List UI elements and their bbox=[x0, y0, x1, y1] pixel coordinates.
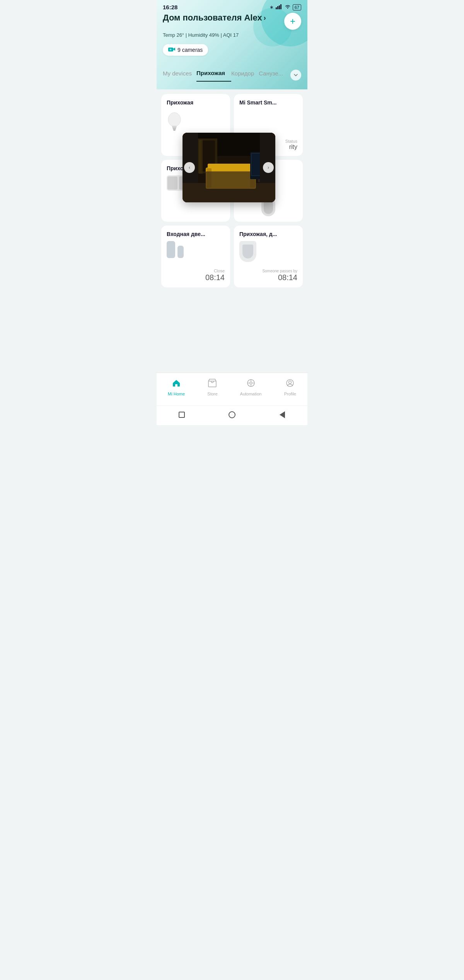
android-home-button[interactable] bbox=[228, 410, 236, 419]
svg-point-8 bbox=[168, 113, 181, 127]
device-card-door-sensor[interactable]: Входная две... Close 08:14 bbox=[161, 226, 230, 287]
profile-icon bbox=[285, 378, 295, 390]
header-section: Дом пользователя Alex › + Temp 26° | Hum… bbox=[157, 13, 307, 62]
nav-profile-label: Profile bbox=[284, 392, 296, 396]
motion-sensor-inner bbox=[242, 245, 253, 258]
device-status-value-5: 08:14 bbox=[205, 273, 225, 282]
camera-next-icon: › bbox=[268, 165, 269, 170]
device-name-1: Прихожая bbox=[167, 99, 225, 106]
device-status-label-2: Status bbox=[285, 139, 297, 144]
nav-mi-home[interactable]: Mi Home bbox=[162, 377, 191, 398]
camera-overlay-popup[interactable]: ‹ bbox=[183, 133, 275, 202]
device-card-motion-sensor[interactable]: Прихожая, д... Someone passes by 08:14 bbox=[234, 226, 303, 287]
mi-home-icon bbox=[172, 378, 181, 390]
svg-point-38 bbox=[289, 381, 292, 384]
device-name-5: Входная две... bbox=[167, 231, 225, 237]
main-content: Прихожая Mi Smart Sm... Status rity При bbox=[157, 89, 307, 365]
bluetooth-icon: ∗ bbox=[270, 4, 274, 10]
android-circle-icon bbox=[229, 411, 235, 418]
cameras-badge[interactable]: 9 cameras bbox=[163, 44, 208, 56]
devices-grid: Прихожая Mi Smart Sm... Status rity При bbox=[161, 94, 303, 287]
android-navigation-bar bbox=[157, 405, 307, 425]
home-title-text: Дом пользователя Alex bbox=[163, 13, 262, 23]
nav-mi-home-label: Mi Home bbox=[168, 392, 185, 396]
svg-point-32 bbox=[250, 382, 252, 384]
android-back-button[interactable] bbox=[278, 410, 287, 419]
door-sensor-icon bbox=[167, 241, 225, 258]
camera-prev-icon: ‹ bbox=[189, 165, 190, 170]
battery-icon: 67 bbox=[293, 4, 301, 10]
svg-rect-28 bbox=[183, 133, 198, 183]
android-back-icon bbox=[280, 411, 285, 418]
signal-icon bbox=[276, 4, 283, 10]
svg-rect-17 bbox=[199, 140, 203, 174]
weather-info: Temp 26° | Humidity 49% | AQI 17 bbox=[163, 32, 301, 38]
device-status-value-6: 08:14 bbox=[262, 273, 297, 282]
svg-rect-29 bbox=[260, 133, 275, 183]
door-small bbox=[177, 246, 184, 258]
device-icon-bulb bbox=[167, 109, 225, 135]
status-time: 16:28 bbox=[163, 4, 177, 10]
svg-rect-10 bbox=[172, 127, 176, 128]
nav-profile[interactable]: Profile bbox=[278, 377, 302, 398]
cameras-count: 9 cameras bbox=[177, 47, 203, 53]
home-title-chevron: › bbox=[264, 14, 266, 22]
bottom-navigation: Mi Home Store Automation bbox=[157, 373, 307, 405]
nav-automation[interactable]: Automation bbox=[234, 377, 268, 398]
tabs-bar: My devices Прихожая Коридор Санузе... bbox=[157, 62, 307, 82]
svg-rect-30 bbox=[208, 381, 216, 387]
tab-corridor[interactable]: Коридор bbox=[231, 68, 259, 81]
automation-icon bbox=[246, 378, 256, 390]
home-title[interactable]: Дом пользователя Alex › bbox=[163, 13, 266, 23]
camera-icon bbox=[168, 46, 175, 53]
device-status-label-6: Someone passes by bbox=[262, 269, 297, 273]
camera-next-button[interactable]: › bbox=[263, 162, 274, 173]
status-bar: 16:28 ∗ 67 bbox=[157, 0, 307, 13]
nav-automation-label: Automation bbox=[240, 392, 262, 396]
svg-marker-6 bbox=[173, 48, 175, 51]
device-name-2: Mi Smart Sm... bbox=[239, 99, 297, 106]
svg-rect-3 bbox=[280, 4, 281, 9]
door-main bbox=[167, 241, 175, 258]
tab-my-devices[interactable]: My devices bbox=[163, 68, 196, 81]
empty-space bbox=[161, 287, 303, 365]
tab-prikhozaya[interactable]: Прихожая bbox=[196, 68, 231, 82]
camera-prev-button[interactable]: ‹ bbox=[184, 162, 195, 173]
svg-point-7 bbox=[170, 49, 172, 51]
tabs-more-button[interactable] bbox=[290, 70, 301, 80]
svg-rect-2 bbox=[279, 5, 280, 9]
svg-rect-9 bbox=[172, 126, 177, 127]
svg-rect-0 bbox=[276, 7, 277, 9]
bulb-icon bbox=[167, 109, 182, 135]
svg-point-4 bbox=[287, 8, 288, 9]
device-status-6: Someone passes by 08:14 bbox=[262, 269, 297, 282]
svg-rect-23 bbox=[206, 171, 256, 189]
device-status-value-2: rity bbox=[285, 144, 297, 151]
svg-rect-12 bbox=[173, 130, 176, 131]
svg-rect-11 bbox=[173, 128, 176, 130]
wifi-icon bbox=[285, 4, 291, 10]
android-recents-button[interactable] bbox=[177, 410, 186, 419]
plus-icon: + bbox=[290, 17, 295, 26]
nav-store-label: Store bbox=[207, 392, 217, 396]
status-icons: ∗ 67 bbox=[270, 4, 301, 10]
svg-rect-20 bbox=[208, 164, 254, 171]
motion-sensor-icon bbox=[239, 241, 256, 262]
svg-rect-1 bbox=[277, 6, 278, 9]
add-device-button[interactable]: + bbox=[284, 13, 301, 30]
device-name-6: Прихожая, д... bbox=[239, 231, 297, 237]
device-status-5: Close 08:14 bbox=[205, 269, 225, 282]
tab-sanuz[interactable]: Санузе... bbox=[259, 68, 288, 81]
switch-half-left bbox=[167, 176, 177, 190]
nav-store[interactable]: Store bbox=[201, 377, 223, 398]
store-icon bbox=[208, 378, 217, 390]
camera-room-scene bbox=[183, 133, 275, 202]
android-square-icon bbox=[179, 412, 185, 418]
device-status-label-5: Close bbox=[205, 269, 225, 273]
